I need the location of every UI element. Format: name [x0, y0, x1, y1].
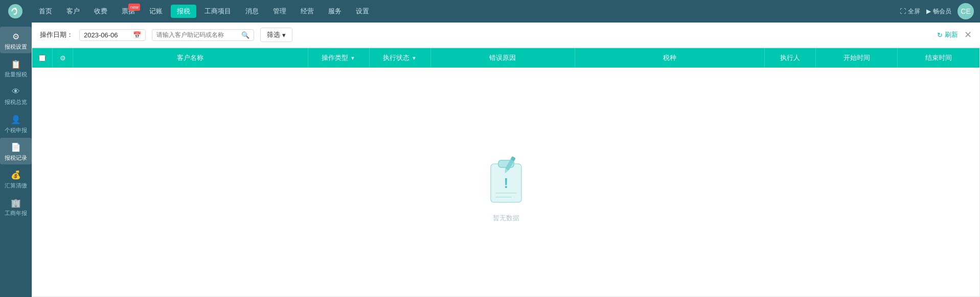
table-body: ! 暂无数据	[32, 68, 979, 295]
main-content: 操作日期： 📅 🔍 筛选 ▾ ↻ 刷新 ✕	[32, 23, 980, 297]
sidebar-item-individual-tax[interactable]: 👤个税申报	[0, 110, 32, 137]
nav-items: 首页客户收费票据new记账报税工商项目消息管理经营服务设置	[33, 5, 900, 18]
fullscreen-icon: ⛶	[900, 8, 906, 15]
th-executor: 执行人	[765, 48, 816, 68]
top-nav-right: ⛶ 全屏 ▶ 畅会员 CE	[900, 3, 974, 19]
chevron-down-icon: ▾	[282, 31, 286, 39]
sidebar-item-settlement[interactable]: 💰汇算清缴	[0, 165, 32, 192]
nav-item-管理[interactable]: 管理	[267, 5, 292, 18]
batch-tax-label: 批量报税	[5, 71, 27, 78]
calendar-icon: 📅	[133, 31, 141, 39]
date-picker[interactable]: 📅	[79, 29, 146, 41]
svg-point-1	[14, 8, 16, 10]
settlement-icon: 💰	[10, 169, 21, 181]
nav-item-首页[interactable]: 首页	[33, 5, 58, 18]
sidebar-item-annual-report[interactable]: 🏢工商年报	[0, 193, 32, 220]
nav-item-收费[interactable]: 收费	[88, 5, 113, 18]
th-taxtype: 税种	[575, 48, 765, 68]
th-starttime: 开始时间	[816, 48, 898, 68]
date-label: 操作日期：	[40, 30, 73, 39]
th-checkbox[interactable]	[32, 48, 53, 68]
refresh-button[interactable]: ↻ 刷新	[937, 30, 958, 39]
th-optype[interactable]: 操作类型 ▼	[308, 48, 370, 68]
top-nav: 首页客户收费票据new记账报税工商项目消息管理经营服务设置 ⛶ 全屏 ▶ 畅会员…	[0, 0, 980, 23]
sidebar-item-tax-records[interactable]: 📄报税记录	[0, 138, 32, 164]
individual-tax-icon: 👤	[10, 114, 21, 125]
search-wrapper: 🔍	[152, 29, 254, 41]
annual-report-icon: 🏢	[10, 197, 21, 208]
date-input[interactable]	[84, 31, 130, 39]
play-icon: ▶	[926, 8, 931, 15]
settlement-label: 汇算清缴	[5, 182, 27, 189]
th-endtime: 结束时间	[898, 48, 979, 68]
sidebar: ⚙报税设置📋批量报税👁报税总览👤个税申报📄报税记录💰汇算清缴🏢工商年报	[0, 23, 32, 297]
member-button[interactable]: ▶ 畅会员	[926, 7, 951, 16]
nav-item-服务[interactable]: 服务	[322, 5, 348, 18]
th-settings[interactable]: ⚙	[53, 48, 73, 68]
tax-settings-icon: ⚙	[10, 31, 21, 42]
filter-label: 筛选	[267, 30, 280, 39]
search-icon[interactable]: 🔍	[241, 31, 249, 39]
logo[interactable]	[6, 2, 25, 20]
tax-settings-label: 报税设置	[5, 44, 27, 50]
table-container: ⚙ 客户名称 操作类型 ▼ 执行状态 ▼ 错误原因 税种	[32, 48, 980, 297]
empty-text: 暂无数据	[493, 214, 519, 223]
sidebar-item-tax-settings[interactable]: ⚙报税设置	[0, 27, 32, 53]
sidebar-item-batch-tax[interactable]: 📋批量报税	[0, 54, 32, 81]
th-customer: 客户名称	[73, 48, 308, 68]
nav-item-票据[interactable]: 票据new	[116, 5, 141, 18]
close-button[interactable]: ✕	[964, 29, 972, 40]
nav-item-工商项目[interactable]: 工商项目	[198, 5, 237, 18]
th-status[interactable]: 执行状态 ▼	[370, 48, 431, 68]
toolbar: 操作日期： 📅 🔍 筛选 ▾ ↻ 刷新 ✕	[32, 23, 980, 48]
sidebar-item-tax-summary[interactable]: 👁报税总览	[0, 82, 32, 109]
tax-records-label: 报税记录	[5, 155, 27, 161]
select-all-checkbox[interactable]	[39, 55, 45, 61]
search-input[interactable]	[156, 31, 239, 38]
tax-summary-label: 报税总览	[5, 99, 27, 105]
batch-tax-icon: 📋	[10, 58, 21, 70]
nav-item-消息[interactable]: 消息	[239, 5, 265, 18]
nav-item-设置[interactable]: 设置	[350, 5, 375, 18]
annual-report-label: 工商年报	[5, 210, 27, 217]
empty-illustration: !	[481, 151, 532, 207]
nav-item-记账[interactable]: 记账	[143, 5, 169, 18]
tax-summary-icon: 👁	[10, 86, 21, 97]
nav-item-客户[interactable]: 客户	[60, 5, 86, 18]
empty-state: ! 暂无数据	[481, 151, 532, 223]
sort-icon-status: ▼	[412, 55, 417, 61]
individual-tax-label: 个税申报	[5, 127, 27, 134]
layout: ⚙报税设置📋批量报税👁报税总览👤个税申报📄报税记录💰汇算清缴🏢工商年报 操作日期…	[0, 23, 980, 297]
tax-records-icon: 📄	[10, 142, 21, 153]
avatar[interactable]: CE	[958, 3, 974, 19]
filter-button[interactable]: 筛选 ▾	[260, 28, 292, 42]
svg-point-0	[8, 4, 22, 18]
nav-item-经营[interactable]: 经营	[294, 5, 320, 18]
toolbar-right: ↻ 刷新 ✕	[937, 29, 972, 40]
sort-icon-optype: ▼	[350, 55, 355, 61]
table-header: ⚙ 客户名称 操作类型 ▼ 执行状态 ▼ 错误原因 税种	[32, 48, 979, 68]
th-error: 错误原因	[431, 48, 576, 68]
settings-icon: ⚙	[60, 54, 66, 62]
svg-text:!: !	[504, 175, 508, 191]
nav-item-报税[interactable]: 报税	[171, 5, 196, 18]
fullscreen-button[interactable]: ⛶ 全屏	[900, 7, 920, 16]
refresh-icon: ↻	[937, 31, 943, 39]
